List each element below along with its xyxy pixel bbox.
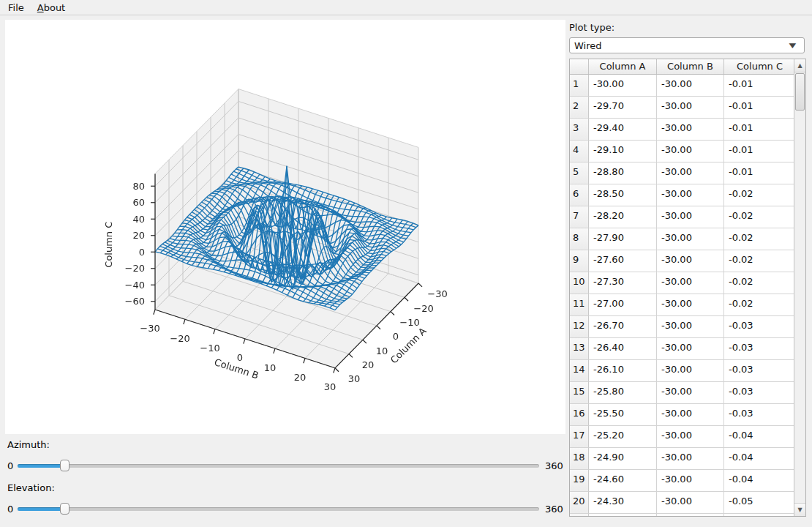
- table-row[interactable]: 14-26.10-30.00-0.03: [570, 360, 805, 382]
- table-cell[interactable]: -30.00: [657, 272, 724, 294]
- table-row[interactable]: 7-28.20-30.00-0.02: [570, 206, 805, 228]
- table-cell[interactable]: -30.00: [657, 404, 724, 426]
- table-cell[interactable]: -0.01: [724, 97, 795, 119]
- table-cell[interactable]: -30.00: [657, 492, 724, 514]
- table-cell[interactable]: -24.60: [589, 470, 657, 492]
- table-row[interactable]: 16-25.50-30.00-0.03: [570, 404, 805, 426]
- table-row[interactable]: 12-26.70-30.00-0.03: [570, 316, 805, 338]
- scroll-up-icon[interactable]: ▲: [794, 59, 805, 72]
- table-cell[interactable]: -28.20: [589, 206, 657, 228]
- table-cell[interactable]: -0.04: [724, 470, 795, 492]
- plot-type-combobox[interactable]: Wired ▼: [569, 37, 805, 53]
- row-number-cell[interactable]: 12: [570, 316, 589, 338]
- table-cell[interactable]: -30.00: [589, 75, 657, 97]
- row-number-cell[interactable]: 10: [570, 272, 589, 294]
- table-cell[interactable]: -0.03: [724, 338, 795, 360]
- table-header-column-b[interactable]: Column B: [657, 59, 724, 74]
- table-row[interactable]: 18-24.90-30.00-0.04: [570, 448, 805, 470]
- table-scrollbar[interactable]: ▲ ▼: [794, 59, 805, 516]
- table-cell[interactable]: -30.00: [657, 206, 724, 228]
- scroll-down-icon[interactable]: ▼: [794, 503, 805, 516]
- elevation-slider-track[interactable]: [18, 507, 539, 511]
- table-cell[interactable]: -0.02: [724, 184, 795, 206]
- table-cell[interactable]: -25.80: [589, 382, 657, 404]
- table-row[interactable]: 3-29.40-30.00-0.01: [570, 119, 805, 141]
- row-number-cell[interactable]: 17: [570, 426, 589, 448]
- row-number-cell[interactable]: 19: [570, 470, 589, 492]
- table-cell[interactable]: -30.00: [657, 119, 724, 141]
- table-cell[interactable]: -0.03: [724, 316, 795, 338]
- table-cell[interactable]: [724, 514, 795, 517]
- table-cell[interactable]: -28.50: [589, 184, 657, 206]
- table-cell[interactable]: -0.03: [724, 360, 795, 382]
- menu-item-about[interactable]: About: [31, 1, 72, 15]
- table-cell[interactable]: -0.01: [724, 141, 795, 162]
- table-row[interactable]: 9-27.60-30.00-0.02: [570, 250, 805, 272]
- table-row[interactable]: 8-27.90-30.00-0.02: [570, 228, 805, 250]
- menu-item-file[interactable]: File: [1, 1, 31, 15]
- table-header-corner[interactable]: [570, 59, 589, 74]
- table-row[interactable]: 19-24.60-30.00-0.04: [570, 470, 805, 492]
- row-number-cell[interactable]: 11: [570, 294, 589, 316]
- row-number-cell[interactable]: 14: [570, 360, 589, 382]
- table-cell[interactable]: -0.05: [724, 492, 795, 514]
- table-cell[interactable]: -0.04: [724, 426, 795, 448]
- table-cell[interactable]: -26.10: [589, 360, 657, 382]
- table-cell[interactable]: [570, 514, 589, 517]
- table-cell[interactable]: -0.04: [724, 448, 795, 470]
- table-row[interactable]: 6-28.50-30.00-0.02: [570, 184, 805, 206]
- table-cell[interactable]: -0.02: [724, 228, 795, 250]
- table-cell[interactable]: -27.30: [589, 272, 657, 294]
- table-cell[interactable]: -0.02: [724, 294, 795, 316]
- table-cell[interactable]: -0.02: [724, 206, 795, 228]
- table-row[interactable]: 15-25.80-30.00-0.03: [570, 382, 805, 404]
- table-row[interactable]: 13-26.40-30.00-0.03: [570, 338, 805, 360]
- elevation-slider-thumb[interactable]: [60, 503, 69, 515]
- table-cell[interactable]: -29.10: [589, 141, 657, 162]
- row-number-cell[interactable]: 2: [570, 97, 589, 119]
- table-cell[interactable]: -25.20: [589, 426, 657, 448]
- scrollbar-thumb[interactable]: [795, 73, 805, 111]
- table-row[interactable]: 20-24.30-30.00-0.05: [570, 492, 805, 514]
- plot-canvas-3d[interactable]: [5, 20, 565, 434]
- table-header-column-c[interactable]: Column C: [724, 59, 795, 74]
- row-number-cell[interactable]: 8: [570, 228, 589, 250]
- table-cell[interactable]: -29.40: [589, 119, 657, 141]
- row-number-cell[interactable]: 7: [570, 206, 589, 228]
- table-cell[interactable]: -28.80: [589, 162, 657, 184]
- table-cell[interactable]: -0.01: [724, 119, 795, 141]
- row-number-cell[interactable]: 1: [570, 75, 589, 97]
- table-row[interactable]: 11-27.00-30.00-0.02: [570, 294, 805, 316]
- azimuth-slider-thumb[interactable]: [60, 460, 69, 471]
- table-cell[interactable]: -30.00: [657, 97, 724, 119]
- azimuth-slider-track[interactable]: [18, 464, 539, 468]
- table-row[interactable]: 2-29.70-30.00-0.01: [570, 97, 805, 119]
- row-number-cell[interactable]: 13: [570, 338, 589, 360]
- table-row[interactable]: 10-27.30-30.00-0.02: [570, 272, 805, 294]
- table-cell[interactable]: -27.00: [589, 294, 657, 316]
- table-cell[interactable]: -0.03: [724, 404, 795, 426]
- table-cell[interactable]: -0.02: [724, 250, 795, 272]
- table-row[interactable]: 17-25.20-30.00-0.04: [570, 426, 805, 448]
- table-cell[interactable]: -26.70: [589, 316, 657, 338]
- row-number-cell[interactable]: 4: [570, 141, 589, 162]
- row-number-cell[interactable]: 6: [570, 184, 589, 206]
- table-cell[interactable]: -27.60: [589, 250, 657, 272]
- table-cell[interactable]: -30.00: [657, 470, 724, 492]
- table-cell[interactable]: -0.01: [724, 75, 795, 97]
- table-cell[interactable]: -29.70: [589, 97, 657, 119]
- table-cell[interactable]: -0.01: [724, 162, 795, 184]
- table-cell[interactable]: -30.00: [657, 162, 724, 184]
- table-cell[interactable]: -30.00: [657, 360, 724, 382]
- table-cell[interactable]: [657, 514, 724, 517]
- table-cell[interactable]: -30.00: [657, 426, 724, 448]
- table-cell[interactable]: -30.00: [657, 141, 724, 162]
- table-cell[interactable]: [589, 514, 657, 517]
- table-cell[interactable]: -30.00: [657, 294, 724, 316]
- table-cell[interactable]: -30.00: [657, 338, 724, 360]
- table-cell[interactable]: -30.00: [657, 448, 724, 470]
- table-row[interactable]: 1-30.00-30.00-0.01: [570, 75, 805, 97]
- row-number-cell[interactable]: 16: [570, 404, 589, 426]
- table-cell[interactable]: -30.00: [657, 250, 724, 272]
- table-row[interactable]: 4-29.10-30.00-0.01: [570, 141, 805, 162]
